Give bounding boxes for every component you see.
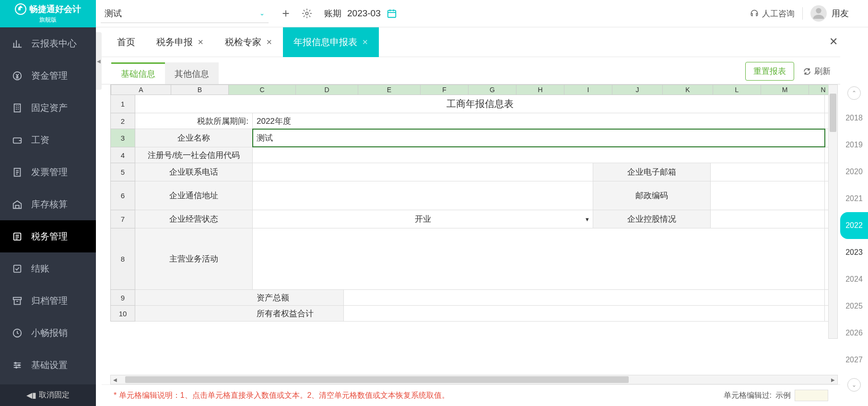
row-head-5[interactable]: 5 (110, 163, 135, 181)
year-2026[interactable]: 2026 (840, 320, 868, 346)
subtab-0[interactable]: 基础信息 (111, 62, 165, 84)
year-2025[interactable]: 2025 (840, 293, 868, 320)
year-2020[interactable]: 2020 (840, 158, 868, 185)
year-2021[interactable]: 2021 (840, 185, 868, 212)
phone-value-cell[interactable] (253, 163, 593, 181)
refresh-button[interactable]: 刷新 (803, 66, 831, 77)
scroll-left-arrow[interactable]: ◀ (111, 375, 119, 384)
business-value-cell[interactable] (253, 228, 825, 289)
scroll-thumb-v[interactable] (830, 94, 836, 132)
col-head-A[interactable]: A (111, 84, 171, 95)
col-head-F[interactable]: F (421, 84, 469, 95)
row-head-6[interactable]: 6 (110, 181, 135, 210)
equity-label-cell[interactable]: 所有者权益合计 (253, 306, 344, 321)
year-scroll-up[interactable]: ⌃ (847, 86, 861, 100)
year-2018[interactable]: 2018 (840, 105, 868, 131)
assets-value-cell[interactable] (344, 290, 825, 305)
tab-close-icon[interactable]: ✕ (198, 38, 204, 47)
sidebar-collapse-handle[interactable]: ◀ (96, 32, 102, 90)
col-head-J[interactable]: J (612, 84, 663, 95)
postcode-value-cell[interactable] (711, 181, 825, 210)
company-name-value-cell[interactable]: 测试 (253, 129, 825, 147)
row9-empty[interactable] (135, 290, 253, 305)
col-head-D[interactable]: D (296, 84, 358, 95)
holding-label-cell[interactable]: 企业控股情况 (593, 210, 711, 228)
col-head-H[interactable]: H (516, 84, 564, 95)
sidebar-item-7[interactable]: 结账 (0, 252, 96, 285)
tab-close-icon[interactable]: ✕ (266, 38, 272, 47)
row-head-9[interactable]: 9 (110, 290, 135, 306)
sidebar-item-6[interactable]: 税务管理 (0, 220, 96, 252)
assets-label-cell[interactable]: 资产总额 (253, 290, 344, 305)
phone-label-cell[interactable]: 企业联系电话 (135, 163, 253, 181)
consult-button[interactable]: 人工咨询 (750, 8, 795, 19)
sidebar-item-10[interactable]: 基础设置 (0, 349, 96, 381)
col-head-B[interactable]: B (171, 84, 229, 95)
year-2022[interactable]: 2022 (840, 212, 868, 239)
tab-2[interactable]: 税检专家✕ (214, 27, 283, 57)
email-value-cell[interactable] (711, 163, 825, 181)
row-head-4[interactable]: 4 (110, 147, 135, 163)
period-value-cell[interactable]: 2022年度 (253, 113, 825, 129)
col-head-M[interactable]: M (761, 84, 809, 95)
reg-code-label-cell[interactable]: 注册号/统一社会信用代码 (135, 147, 253, 163)
tab-3[interactable]: 年报信息申报表✕ (283, 27, 379, 57)
company-name-label-cell[interactable]: 企业名称 (135, 129, 253, 147)
user-menu[interactable]: 用友 (810, 5, 849, 22)
col-head-L[interactable]: L (713, 84, 761, 95)
email-label-cell[interactable]: 企业电子邮箱 (593, 163, 711, 181)
row-head-3[interactable]: 3 (110, 129, 135, 147)
sidebar-pin-toggle[interactable]: ◀▮ 取消固定 (0, 384, 96, 406)
col-head-C[interactable]: C (229, 84, 296, 95)
sidebar-item-9[interactable]: 小畅报销 (0, 317, 96, 349)
row-head-10[interactable]: 10 (110, 306, 135, 322)
equity-value-cell[interactable] (344, 306, 825, 321)
sidebar-item-2[interactable]: 固定资产 (0, 92, 96, 124)
postcode-label-cell[interactable]: 邮政编码 (593, 181, 711, 210)
subtab-1[interactable]: 其他信息 (165, 62, 219, 84)
year-2027[interactable]: 2027 (840, 346, 868, 373)
company-selector[interactable]: 测试 ⌄ (101, 4, 269, 23)
col-head-K[interactable]: K (663, 84, 713, 95)
sidebar-item-0[interactable]: 云报表中心 (0, 27, 96, 60)
year-2019[interactable]: 2019 (840, 131, 868, 158)
gear-icon[interactable] (302, 8, 312, 19)
row10-empty[interactable] (135, 306, 253, 321)
row-head-2[interactable]: 2 (110, 113, 135, 129)
row-head-8[interactable]: 8 (110, 228, 135, 290)
reset-report-button[interactable]: 重置报表 (745, 62, 794, 81)
sidebar-item-5[interactable]: 库存核算 (0, 188, 96, 220)
tab-close-icon[interactable]: ✕ (362, 38, 368, 47)
sidebar-item-8[interactable]: 归档管理 (0, 285, 96, 317)
address-value-cell[interactable] (253, 181, 593, 210)
holding-value-cell[interactable] (711, 210, 825, 228)
address-label-cell[interactable]: 企业通信地址 (135, 181, 253, 210)
col-head-I[interactable]: I (564, 84, 612, 95)
year-scroll-down[interactable]: ⌄ (847, 378, 861, 392)
business-label-cell[interactable]: 主营业务活动 (135, 228, 253, 289)
period-label-cell[interactable]: 税款所属期间: (135, 113, 253, 129)
row-head-7[interactable]: 7 (110, 210, 135, 228)
sidebar-item-3[interactable]: 工资 (0, 124, 96, 156)
row-head-1[interactable]: 1 (110, 95, 135, 113)
col-head-G[interactable]: G (469, 84, 516, 95)
year-2024[interactable]: 2024 (840, 266, 868, 293)
status-dropdown-cell[interactable]: 开业 (253, 210, 593, 228)
svg-rect-4 (14, 104, 21, 112)
sidebar-item-1[interactable]: 资金管理 (0, 60, 96, 92)
vertical-scrollbar[interactable] (828, 84, 838, 339)
calendar-icon[interactable] (387, 8, 397, 19)
horizontal-scrollbar[interactable]: ◀ ▶ (110, 375, 838, 384)
tab-1[interactable]: 税务申报✕ (146, 27, 214, 57)
sheet-title-cell[interactable]: 工商年报信息表 (135, 95, 825, 113)
tab-0[interactable]: 首页 (106, 27, 146, 57)
reg-code-value-cell[interactable] (253, 147, 825, 163)
close-all-tabs-icon[interactable]: ✕ (829, 36, 838, 48)
sidebar-item-4[interactable]: 发票管理 (0, 156, 96, 188)
add-icon[interactable] (281, 8, 291, 19)
col-head-E[interactable]: E (358, 84, 421, 95)
scroll-right-arrow[interactable]: ▶ (829, 375, 837, 384)
year-2023[interactable]: 2023 (840, 239, 868, 266)
status-label-cell[interactable]: 企业经营状态 (135, 210, 253, 228)
scroll-thumb-h[interactable] (125, 376, 629, 383)
